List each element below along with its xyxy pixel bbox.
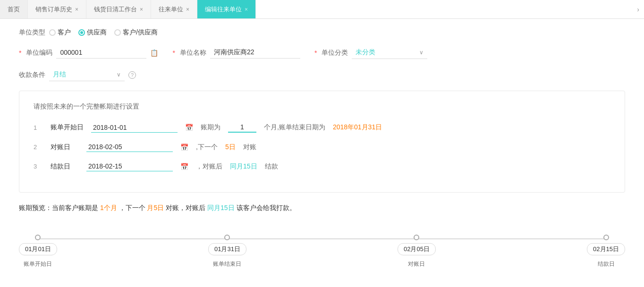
radio-customer[interactable]: 客户 xyxy=(49,28,71,37)
radio-supplier[interactable]: 供应商 xyxy=(78,28,107,37)
radio-customer-circle xyxy=(49,29,56,36)
period-suffix-1: 账期为 xyxy=(201,123,220,132)
timeline-sublabel-3: 结款日 xyxy=(598,260,615,268)
payment-row: 收款条件 月结 ∨ ? xyxy=(19,68,625,81)
name-label: 单位名称 xyxy=(180,49,206,57)
name-input[interactable] xyxy=(210,47,300,59)
period-cal-1[interactable]: 📅 xyxy=(185,124,193,131)
tab-cash-close[interactable]: × xyxy=(140,6,143,13)
unit-type-label: 单位类型 xyxy=(19,28,45,37)
category-dropdown[interactable]: 未分类 ∨ xyxy=(352,46,427,59)
tab-overflow-arrow[interactable]: › xyxy=(632,0,644,18)
code-name-category-row: * 单位编码 📋 * 单位名称 * 单位分类 未分类 ∨ xyxy=(19,46,625,59)
period-highlight-2: 5日 xyxy=(225,143,236,152)
timeline-sublabel-0: 账单开始日 xyxy=(24,260,52,268)
radio-supplier-label: 供应商 xyxy=(87,28,107,37)
period-date-1[interactable] xyxy=(91,123,178,133)
tab-cash-label: 钱货日清工作台 xyxy=(94,5,137,14)
period-row-1: 1 账单开始日 📅 账期为 个月,账单结束日期为 2018年01月31日 xyxy=(34,122,610,133)
period-desc-3a: ，对账后 xyxy=(196,162,222,171)
category-value: 未分类 xyxy=(356,48,419,57)
timeline-point-3: 02月15日 结款日 xyxy=(587,235,625,268)
timeline-points: 01月01日 账单开始日 01月31日 账单结束日 02月05日 对账日 02月… xyxy=(19,235,625,268)
summary-prefix: 账期预览：当前客户账期是 xyxy=(19,204,98,211)
payment-help-icon[interactable]: ? xyxy=(128,71,136,79)
code-required: * xyxy=(19,49,21,57)
period-month-unit: 个月,账单结束日期为 xyxy=(264,123,325,132)
timeline-sublabel-2: 对账日 xyxy=(408,260,425,268)
period-highlight-3: 同月15日 xyxy=(230,162,257,171)
radio-both-label: 客户/供应商 xyxy=(123,28,158,37)
period-month-input[interactable] xyxy=(228,122,256,133)
period-num-3: 3 xyxy=(34,163,43,170)
payment-dropdown[interactable]: 月结 ∨ xyxy=(49,68,125,81)
radio-customer-label: 客户 xyxy=(58,28,71,37)
tab-edit-partner-close[interactable]: × xyxy=(245,6,248,13)
tab-sales-close[interactable]: × xyxy=(75,6,78,13)
period-num-2: 2 xyxy=(34,144,43,151)
timeline-point-1: 01月31日 账单结束日 xyxy=(208,235,246,268)
summary-mid2: 对账，对账后 xyxy=(166,204,205,211)
period-box: 请按照未来的一个完整帐期进行设置 1 账单开始日 📅 账期为 个月,账单结束日期… xyxy=(19,91,625,193)
summary-mid1: ，下一个 xyxy=(119,204,145,211)
timeline-label-1: 01月31日 xyxy=(208,243,246,255)
timeline-dot-2 xyxy=(414,235,419,240)
timeline-dot-0 xyxy=(35,235,41,240)
period-instruction: 请按照未来的一个完整帐期进行设置 xyxy=(34,102,610,111)
summary-text: 账期预览：当前客户账期是 1个月 ，下一个 月5日 对账，对账后 同月15日 该… xyxy=(19,202,625,214)
code-copy-icon[interactable]: 📋 xyxy=(150,49,158,57)
radio-both-circle xyxy=(114,29,121,36)
period-cal-3[interactable]: 📅 xyxy=(180,163,188,170)
timeline-dot-3 xyxy=(603,235,609,240)
radio-both[interactable]: 客户/供应商 xyxy=(114,28,158,37)
tab-bar: 首页 销售订单历史 × 钱货日清工作台 × 往来单位 × 编辑往来单位 × › xyxy=(0,0,644,19)
timeline-point-2: 02月05日 对账日 xyxy=(398,235,436,268)
period-date-3[interactable] xyxy=(86,161,173,171)
tab-edit-partner[interactable]: 编辑往来单位 × xyxy=(197,0,256,18)
tab-home-label: 首页 xyxy=(8,5,20,14)
timeline-label-3: 02月15日 xyxy=(587,243,625,255)
tab-sales-history[interactable]: 销售订单历史 × xyxy=(28,0,86,18)
code-field: * 单位编码 📋 xyxy=(19,47,158,59)
tab-partner[interactable]: 往来单位 × xyxy=(151,0,197,18)
period-row-3: 3 结款日 📅 ，对账后 同月15日 结款 xyxy=(34,161,610,171)
period-row-2: 2 对账日 📅 ,下一个 5日 对账 xyxy=(34,142,610,152)
category-field: * 单位分类 未分类 ∨ xyxy=(314,46,427,59)
summary-suffix: 该客户会给我打款。 xyxy=(237,204,296,211)
code-input[interactable] xyxy=(56,47,146,59)
tab-partner-close[interactable]: × xyxy=(186,6,189,13)
unit-type-radio-group: 客户 供应商 客户/供应商 xyxy=(49,28,158,37)
radio-supplier-circle xyxy=(78,29,85,36)
payment-label: 收款条件 xyxy=(19,71,45,79)
period-cal-2[interactable]: 📅 xyxy=(180,144,188,151)
tab-cash-workbench[interactable]: 钱货日清工作台 × xyxy=(86,0,151,18)
tab-sales-label: 销售订单历史 xyxy=(35,5,72,14)
period-num-1: 1 xyxy=(34,124,43,131)
period-label-1: 账单开始日 xyxy=(51,123,84,132)
timeline: 01月01日 账单开始日 01月31日 账单结束日 02月05日 对账日 02月… xyxy=(19,225,625,273)
period-desc-2a: ,下一个 xyxy=(196,143,218,152)
timeline-label-2: 02月05日 xyxy=(398,243,436,255)
period-label-3: 结款日 xyxy=(51,162,79,171)
period-date-2[interactable] xyxy=(86,142,173,152)
tab-edit-partner-label: 编辑往来单位 xyxy=(205,5,242,14)
category-label: 单位分类 xyxy=(322,49,348,57)
unit-type-row: 单位类型 客户 供应商 客户/供应商 xyxy=(19,28,625,37)
timeline-point-0: 01月01日 账单开始日 xyxy=(19,235,57,268)
tab-home[interactable]: 首页 xyxy=(0,0,28,18)
category-required: * xyxy=(314,49,317,57)
period-desc-2b: 对账 xyxy=(243,143,256,152)
summary-highlight1: 1个月 xyxy=(100,204,117,211)
summary-highlight3: 同月15日 xyxy=(207,204,235,211)
period-desc-3b: 结款 xyxy=(265,162,278,171)
name-required: * xyxy=(172,49,175,57)
code-label: 单位编码 xyxy=(26,49,52,57)
payment-value: 月结 xyxy=(53,70,117,79)
timeline-dot-1 xyxy=(224,235,230,240)
timeline-sublabel-1: 账单结束日 xyxy=(213,260,241,268)
payment-arrow-icon: ∨ xyxy=(117,71,121,78)
summary-highlight2: 月5日 xyxy=(147,204,164,211)
tab-partner-label: 往来单位 xyxy=(159,5,183,14)
timeline-label-0: 01月01日 xyxy=(19,243,57,255)
unit-type-field: 单位类型 客户 供应商 客户/供应商 xyxy=(19,28,158,37)
